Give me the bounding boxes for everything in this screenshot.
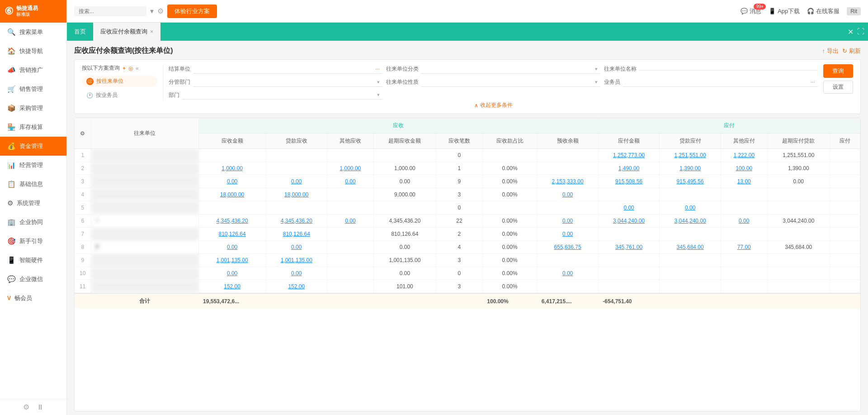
data-cell[interactable]: 915,508.56 [598,175,660,188]
data-cell[interactable] [198,201,266,215]
collapse-footer-icon[interactable]: ⏸ [37,403,44,411]
sidebar-item-search-menu[interactable]: 🔍 搜索菜单 [0,23,66,42]
data-cell[interactable] [598,280,660,294]
search-input[interactable] [74,6,146,16]
data-cell[interactable] [721,254,767,267]
data-cell[interactable]: 4,345,436.20 [198,215,266,228]
sidebar-item-marketing[interactable]: 📣 营销推广 [0,61,66,80]
sidebar-item-basic-info[interactable]: 📋 基础信息 [0,175,66,194]
data-cell[interactable]: 0.00 [537,228,599,241]
collapse-btn[interactable]: ∧ 收起更多条件 [474,101,513,109]
data-cell[interactable]: 18,000.00 [198,188,266,201]
online-service-btn[interactable]: 🎧 在线客服 [807,7,840,15]
settings-footer-icon[interactable]: ⚙ [23,403,29,411]
data-cell[interactable] [537,280,599,294]
dept-select[interactable]: ▾ [193,78,382,87]
data-cell[interactable]: 2,153,333.00 [537,175,599,188]
data-cell[interactable] [721,267,767,280]
data-cell[interactable]: 0.00 [598,201,660,215]
data-cell[interactable] [598,267,660,280]
data-cell[interactable]: 0.00 [266,241,327,254]
settings-btn[interactable]: 设置 [823,81,853,94]
refresh-btn[interactable]: ↻ 刷新 [842,47,861,55]
data-cell[interactable]: 1,251,551.00 [660,149,721,162]
data-cell[interactable] [537,201,599,215]
data-cell[interactable]: 0.00 [198,267,266,280]
tab-close-window-btn[interactable]: ✕ [848,28,854,36]
topbar-dropdown-btn[interactable]: ▾ [150,7,154,15]
data-cell[interactable] [721,280,767,294]
table-scroll[interactable]: ⚙ 往来单位 应收 应付 应收金额 贷款应收 其他应收 超期应收金额 [75,118,860,411]
data-cell[interactable]: 3,044,240.00 [660,215,721,228]
filter-collapse-icon[interactable]: « [136,65,139,72]
data-cell[interactable] [660,188,721,201]
data-cell[interactable] [660,228,721,241]
sidebar-item-guide[interactable]: 🎯 新手引导 [0,232,66,251]
data-cell[interactable]: 1,000.00 [327,162,374,175]
data-cell[interactable] [721,188,767,201]
data-cell[interactable] [327,267,374,280]
tab-home[interactable]: 首页 [67,23,93,41]
table-settings-icon[interactable]: ⚙ [80,130,85,137]
data-cell[interactable]: 810,126.64 [198,228,266,241]
data-cell[interactable] [327,188,374,201]
data-cell[interactable]: 152.00 [266,280,327,294]
data-cell[interactable] [660,267,721,280]
data-cell[interactable]: 1,390.00 [660,162,721,175]
data-cell[interactable]: 0.00 [537,267,599,280]
data-cell[interactable] [721,201,767,215]
salesperson-input[interactable]: ··· [623,77,818,87]
data-cell[interactable] [721,228,767,241]
data-cell[interactable] [266,162,327,175]
data-cell[interactable] [598,254,660,267]
settlement-input[interactable]: ··· [193,64,382,74]
data-cell[interactable] [537,162,599,175]
sidebar-item-hardware[interactable]: 📱 智能硬件 [0,251,66,270]
data-cell[interactable]: 1,001,135.00 [198,254,266,267]
partner-name-input[interactable] [639,67,818,71]
data-cell[interactable]: 655,636.75 [537,241,599,254]
industry-solution-btn[interactable]: 体验行业方案 [167,5,217,18]
data-cell[interactable]: 0.00 [266,175,327,188]
filter-group-salesperson[interactable]: 🕐 按业务员 [82,90,157,101]
data-cell[interactable]: 0.00 [327,175,374,188]
footer-ar-amount[interactable]: 19,553,472,6... [198,293,266,309]
data-cell[interactable]: 0.00 [327,215,374,228]
data-cell[interactable] [598,228,660,241]
sidebar-item-enterprise[interactable]: 🏢 企业协同 [0,213,66,232]
sidebar-item-quick-nav[interactable]: 🏠 快捷导航 [0,42,66,61]
data-cell[interactable]: 0.00 [660,201,721,215]
data-cell[interactable]: 3,044,240.00 [598,215,660,228]
data-cell[interactable]: 810,126.64 [266,228,327,241]
filter-group-partner[interactable]: ⓪ 按往来单位 [82,76,157,87]
sidebar-item-purchase[interactable]: 📦 采购管理 [0,99,66,118]
data-cell[interactable] [327,254,374,267]
data-cell[interactable] [266,201,327,215]
data-cell[interactable]: 1,490.00 [598,162,660,175]
topbar-gear-icon[interactable]: ⚙ [157,7,164,15]
data-cell[interactable] [537,254,599,267]
filter-add-btn[interactable]: + [123,65,126,72]
data-cell[interactable] [537,149,599,162]
data-cell[interactable]: 0.00 [198,175,266,188]
sidebar-item-operations[interactable]: 📊 经营管理 [0,156,66,175]
user-avatar[interactable]: Rit [847,7,861,15]
data-cell[interactable]: 1,001,135.00 [266,254,327,267]
sidebar-item-wechat[interactable]: 💬 企业微信 [0,270,66,289]
data-cell[interactable] [327,280,374,294]
sidebar-item-sales[interactable]: 🛒 销售管理 [0,80,66,99]
tab-expand-btn[interactable]: ⛶ [857,28,864,36]
data-cell[interactable]: 0.00 [537,215,599,228]
data-cell[interactable] [327,228,374,241]
data-cell[interactable] [327,241,374,254]
data-cell[interactable]: 4,345,436.20 [266,215,327,228]
partner-type-select[interactable]: ▾ [421,65,600,74]
data-cell[interactable]: 0.00 [537,188,599,201]
data-cell[interactable] [266,149,327,162]
data-cell[interactable]: 0.00 [198,241,266,254]
data-cell[interactable]: 1,252,773.00 [598,149,660,162]
sub-dept-select[interactable]: ▾ [182,91,382,100]
data-cell[interactable]: 0.00 [721,215,767,228]
app-download-btn[interactable]: 📱 App下载 [769,7,800,15]
filter-settings-icon[interactable]: ◎ [128,65,133,72]
